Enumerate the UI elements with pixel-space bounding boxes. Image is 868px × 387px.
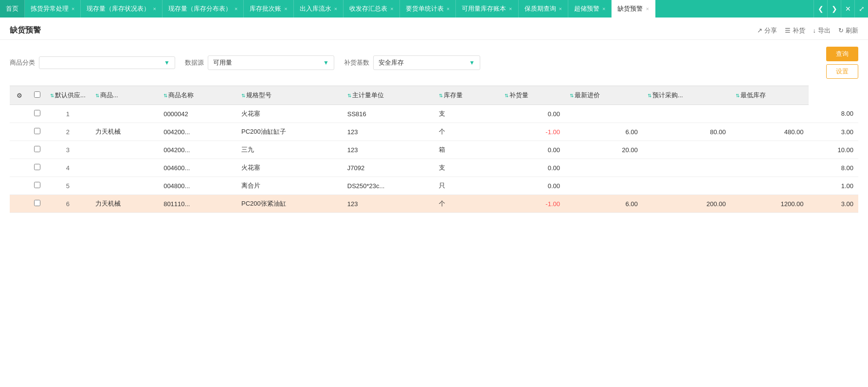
export-label: 导出 [818, 26, 831, 35]
tab-collect-summary[interactable]: 收发存汇总表× [344, 0, 399, 18]
cell-est_purchase-5: 1200.00 [731, 195, 809, 213]
cell-unit-3: 支 [434, 159, 499, 177]
col-gear[interactable]: ⚙ [10, 86, 29, 105]
header-actions: ↗ 分享 ☰ 补货 ↓ 导出 ↻ 刷新 [757, 26, 859, 35]
tab-close-inventory-status[interactable]: × [153, 6, 156, 12]
tab-close-inout-flow[interactable]: × [334, 6, 337, 12]
tab-home[interactable]: 首页 [0, 0, 25, 18]
replenish-label: 补货 [793, 26, 805, 35]
col-header-supplier[interactable]: ⇅默认供应... [45, 86, 90, 105]
tab-close-available-ledger[interactable]: × [509, 6, 512, 12]
tab-close-button[interactable]: ✕ [841, 0, 854, 18]
tab-inout-flow[interactable]: 出入库流水× [294, 0, 344, 18]
button-area: 查询 设置 [826, 47, 858, 79]
cell-stock-2: 0.00 [500, 141, 565, 159]
col-header-goods_name[interactable]: ⇅商品名称 [159, 86, 236, 105]
tab-shortage-warning[interactable]: 缺货预警× [612, 0, 655, 18]
row-select-1[interactable] [34, 128, 40, 134]
tab-available-ledger[interactable]: 可用量库存账本× [456, 0, 518, 18]
datasource-select[interactable]: 可用量 ▼ [208, 55, 334, 70]
tab-fullscreen-button[interactable]: ⤢ [854, 0, 868, 18]
cell-min_stock-4: 1.00 [809, 177, 858, 195]
export-action[interactable]: ↓ 导出 [813, 26, 831, 35]
cell-latest_price-2 [643, 141, 731, 159]
cell-goods_code-0: 0000042 [159, 105, 236, 123]
replenish-action[interactable]: ☰ 补货 [785, 26, 805, 35]
tab-close-batch-account[interactable]: × [284, 6, 287, 12]
row-gear-4 [10, 177, 29, 195]
tab-close-overstock-warning[interactable]: × [602, 6, 605, 12]
row-gear-1 [10, 123, 29, 141]
cell-unit-0: 支 [434, 105, 499, 123]
cell-supplier-4 [90, 177, 159, 195]
settings-button[interactable]: 设置 [826, 64, 858, 79]
cell-spec-2: 123 [343, 141, 434, 159]
table-row: 2力天机械004200...PC200油缸缸子123个-1.006.0080.0… [10, 123, 858, 141]
row-select-0[interactable] [34, 110, 40, 116]
table-row: 6力天机械801110...PC200张紧油缸123个-1.006.00200.… [10, 195, 858, 213]
cell-supplier-0 [90, 105, 159, 123]
cell-goods_code-4: 004800... [159, 177, 236, 195]
col-header-min_stock[interactable]: ⇅最低库存 [731, 86, 809, 105]
tab-expiry-query[interactable]: 保质期查询× [519, 0, 568, 18]
tab-order-stats[interactable]: 要货单统计表× [400, 0, 456, 18]
table-container: ⚙⇅默认供应...⇅商品...⇅商品名称⇅规格型号⇅主计量单位⇅库存量⇅补货量⇅… [0, 86, 868, 223]
tab-inventory-dist[interactable]: 现存量（库存分布表）× [163, 0, 244, 18]
col-header-est_purchase[interactable]: ⇅预计采购... [643, 86, 731, 105]
row-select-5[interactable] [34, 200, 40, 206]
datasource-filter-group: 数据源 可用量 ▼ [185, 55, 334, 70]
share-action[interactable]: ↗ 分享 [757, 26, 777, 35]
page-header: 缺货预警 ↗ 分享 ☰ 补货 ↓ 导出 ↻ 刷新 [0, 18, 868, 40]
tab-label-overstock-warning: 超储预警 [574, 4, 599, 13]
tab-abnormal[interactable]: 拣货异常处理× [25, 0, 81, 18]
category-label: 商品分类 [10, 58, 35, 67]
sort-icon-est_purchase: ⇅ [648, 93, 651, 98]
col-header-goods_code[interactable]: ⇅商品... [90, 86, 159, 105]
row-select-2[interactable] [34, 146, 40, 152]
tab-label-inventory-dist: 现存量（库存分布表） [168, 4, 232, 13]
category-select[interactable]: ▼ [39, 56, 175, 69]
tab-close-shortage-warning[interactable]: × [646, 6, 649, 12]
col-header-latest_price[interactable]: ⇅最新进价 [565, 86, 643, 105]
sort-icon-supplier: ⇅ [50, 93, 54, 98]
col-header-replenish[interactable]: ⇅补货量 [500, 86, 565, 105]
tab-close-collect-summary[interactable]: × [390, 6, 393, 12]
tab-close-order-stats[interactable]: × [447, 6, 450, 12]
cell-spec-1: 123 [343, 123, 434, 141]
tab-next-button[interactable]: ❯ [827, 0, 841, 18]
cell-unit-5: 个 [434, 195, 499, 213]
cell-stock-3: 0.00 [500, 159, 565, 177]
col-header-unit[interactable]: ⇅主计量单位 [343, 86, 434, 105]
tab-batch-account[interactable]: 库存批次账× [244, 0, 293, 18]
replenish-basis-select[interactable]: 安全库存 ▼ [373, 55, 480, 70]
tab-close-abnormal[interactable]: × [72, 6, 74, 12]
refresh-action[interactable]: ↻ 刷新 [838, 26, 858, 35]
query-button[interactable]: 查询 [826, 47, 858, 61]
col-header-spec[interactable]: ⇅规格型号 [236, 86, 343, 105]
row-index-0: 1 [45, 105, 90, 123]
row-checkbox-4[interactable] [29, 177, 45, 195]
cell-min_stock-5: 3.00 [809, 195, 858, 213]
cell-goods_name-0: 火花塞 [236, 105, 343, 123]
tab-inventory-status[interactable]: 现存量（库存状况表）× [81, 0, 162, 18]
select-all-checkbox[interactable] [34, 91, 40, 98]
tab-prev-button[interactable]: ❮ [814, 0, 827, 18]
tab-close-inventory-dist[interactable]: × [235, 6, 237, 12]
row-checkbox-0[interactable] [29, 105, 45, 123]
tab-close-expiry-query[interactable]: × [559, 6, 562, 12]
row-select-3[interactable] [34, 164, 40, 170]
row-checkbox-1[interactable] [29, 123, 45, 141]
main-content: 缺货预警 ↗ 分享 ☰ 补货 ↓ 导出 ↻ 刷新 商品分类 [0, 18, 868, 387]
sort-icon-stock: ⇅ [439, 93, 443, 98]
sort-icon-latest_price: ⇅ [570, 93, 574, 98]
row-index-4: 5 [45, 177, 90, 195]
row-select-4[interactable] [34, 182, 40, 188]
row-checkbox-3[interactable] [29, 159, 45, 177]
sort-icon-goods_code: ⇅ [95, 93, 99, 98]
row-checkbox-5[interactable] [29, 195, 45, 213]
col-header-stock[interactable]: ⇅库存量 [434, 86, 499, 105]
col-checkbox-header[interactable] [29, 86, 45, 105]
row-checkbox-2[interactable] [29, 141, 45, 159]
cell-goods_name-5: PC200张紧油缸 [236, 195, 343, 213]
tab-overstock-warning[interactable]: 超储预警× [568, 0, 612, 18]
